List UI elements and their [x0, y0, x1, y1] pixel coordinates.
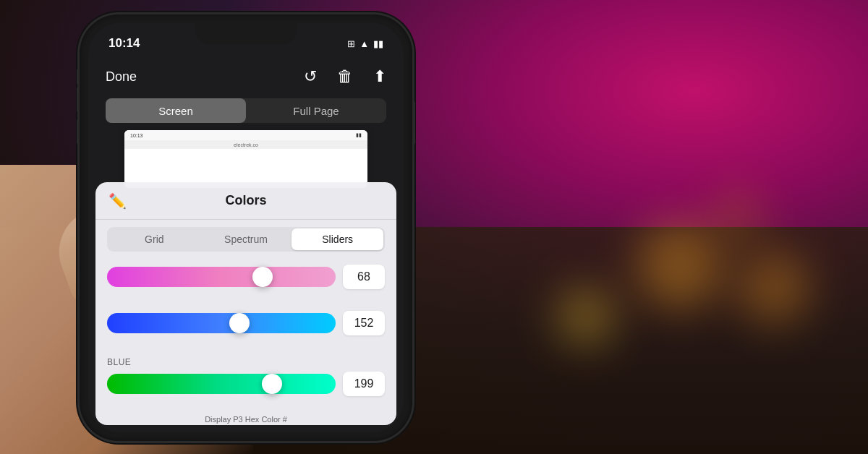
segment-control: Screen Full Page — [106, 98, 386, 123]
blue-label: BLUE — [107, 357, 385, 367]
done-button[interactable]: Done — [106, 69, 137, 85]
panel-header: ✏️ Colors — [95, 182, 396, 220]
blue-value: 152 — [354, 317, 374, 330]
eyedropper-icon[interactable]: ✏️ — [109, 192, 127, 210]
green-slider-thumb[interactable] — [262, 374, 282, 394]
refresh-icon[interactable]: ↺ — [304, 67, 317, 86]
segment-full-page[interactable]: Full Page — [246, 98, 386, 123]
slider-section-3: BLUE 199 — [95, 351, 396, 412]
volume-up-button — [77, 87, 80, 112]
hue-value: 68 — [357, 270, 370, 283]
slider-section-1: 68 — [95, 259, 396, 305]
hue-slider-thumb[interactable] — [252, 267, 273, 287]
preview-status-bar: 10:13 ▮▮ — [124, 130, 367, 140]
slider-row-3: 199 — [107, 372, 385, 396]
bokeh-light-3 — [716, 194, 760, 237]
color-panel: ✏️ Colors Grid Spectrum Sliders 68 — [95, 182, 396, 425]
tab-grid[interactable]: Grid — [109, 228, 200, 250]
screenshot-preview: 10:13 ▮▮ electrek.co — [124, 130, 367, 188]
status-time: 10:14 — [109, 36, 140, 51]
bokeh-light-4 — [738, 252, 810, 324]
bokeh-light-1 — [637, 223, 723, 309]
green-slider-track[interactable] — [107, 374, 336, 394]
volume-down-button — [77, 119, 80, 145]
battery-icon: ▮▮ — [373, 38, 383, 49]
preview-time: 10:13 — [130, 133, 143, 138]
share-icon[interactable]: ⬆ — [373, 67, 386, 86]
status-icons: ⊞ ▲ ▮▮ — [347, 38, 383, 49]
green-value: 199 — [354, 377, 374, 390]
toolbar: Done ↺ 🗑 ⬆ — [88, 58, 404, 95]
side-button — [412, 101, 415, 145]
tab-spectrum[interactable]: Spectrum — [200, 228, 292, 250]
mute-switch — [77, 69, 80, 85]
green-slider-gradient — [107, 374, 336, 394]
panel-title: Colors — [225, 193, 266, 208]
hue-slider-gradient — [107, 267, 336, 287]
preview-battery: ▮▮ — [356, 132, 362, 138]
bokeh-light-2 — [557, 288, 615, 346]
blue-slider-track[interactable] — [107, 313, 336, 333]
iphone-screen: 10:14 ⊞ ▲ ▮▮ Done ↺ 🗑 ⬆ Screen Full Page… — [88, 23, 404, 432]
wifi-icon: ▲ — [359, 38, 369, 49]
display-p3-label: Display P3 Hex Color # — [95, 415, 396, 424]
preview-url-bar: electrek.co — [124, 140, 367, 149]
blue-value-box[interactable]: 152 — [343, 311, 385, 335]
slider-section-2: 152 — [95, 305, 396, 351]
hue-value-box[interactable]: 68 — [343, 265, 385, 289]
tab-sliders[interactable]: Sliders — [292, 228, 383, 250]
iphone-frame: 10:14 ⊞ ▲ ▮▮ Done ↺ 🗑 ⬆ Screen Full Page… — [80, 14, 412, 441]
toolbar-icons: ↺ 🗑 ⬆ — [304, 67, 386, 86]
hue-slider-track[interactable] — [107, 267, 336, 287]
trash-icon[interactable]: 🗑 — [337, 67, 353, 86]
panel-tabs: Grid Spectrum Sliders — [107, 227, 385, 252]
notch — [195, 23, 297, 45]
segment-screen[interactable]: Screen — [106, 98, 246, 123]
slider-row-2: 152 — [107, 311, 385, 335]
grid-icon: ⊞ — [347, 38, 355, 49]
green-value-box[interactable]: 199 — [343, 372, 385, 396]
slider-row-1: 68 — [107, 265, 385, 289]
blue-slider-gradient — [107, 313, 336, 333]
